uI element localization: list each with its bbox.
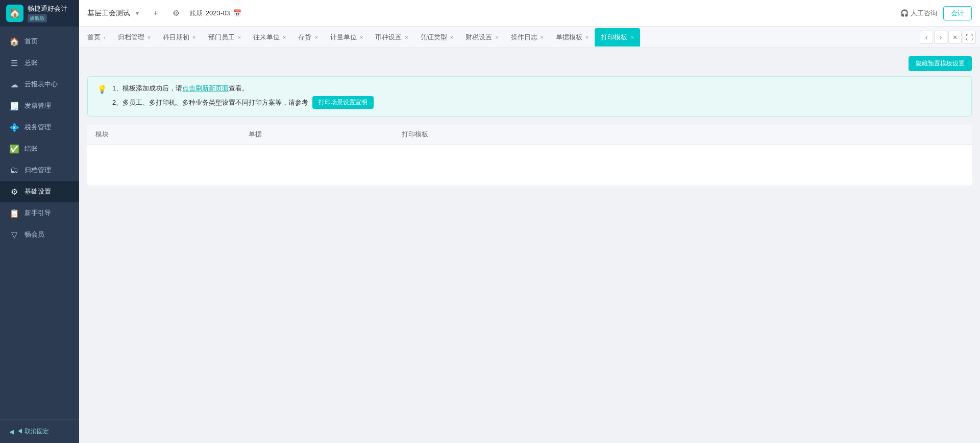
info-text-1: 1、模板添加成功后，请点击刷新新页面查看。 (112, 84, 249, 93)
tab-label-departments: 部门员工 (208, 33, 235, 42)
period-display: 账期 2023-03 📅 (189, 9, 241, 18)
hide-template-button[interactable]: 隐藏预置模板设置 (909, 56, 972, 71)
content-area: 隐藏预置模板设置 💡 1、模板添加成功后，请点击刷新新页面查看。 💡 2、多员工… (79, 48, 980, 443)
tab-archive[interactable]: 归档管理 × (112, 28, 157, 46)
tab-prev-button[interactable]: ‹ (920, 31, 933, 44)
tab-operation-log[interactable]: 操作日志 × (505, 28, 550, 46)
tab-label-home: 首页 (87, 33, 101, 42)
print-scene-button[interactable]: 打印场景设置宣明 (312, 96, 374, 109)
tab-single-template[interactable]: 单据模板 × (550, 28, 595, 46)
table-body (87, 145, 972, 185)
tab-label-currency: 币种设置 (375, 33, 402, 42)
tab-close-inventory[interactable]: × (314, 34, 317, 40)
tab-label-subjects: 科目期初 (163, 33, 189, 42)
sidebar-item-guide[interactable]: 📋 新手引导 (0, 202, 79, 224)
tab-close-archive[interactable]: × (148, 34, 151, 40)
tab-inventory[interactable]: 存货 × (292, 28, 324, 46)
tab-navigation: ‹ › × ⛶ (920, 31, 978, 44)
unpin-button[interactable]: ◀ ◀ 取消固定 (0, 419, 79, 443)
refresh-link[interactable]: 点击刷新新页面 (182, 84, 229, 92)
tab-subjects[interactable]: 科目期初 × (157, 28, 202, 46)
tax-icon: 💠 (9, 122, 19, 132)
tab-close-voucher[interactable]: × (450, 34, 453, 40)
tab-departments[interactable]: 部门员工 × (202, 28, 247, 46)
sidebar-item-archive[interactable]: 🗂 归档管理 (0, 159, 79, 181)
calendar-icon[interactable]: 📅 (233, 9, 241, 17)
info-line2-pre: 2、多员工、多打印机、多种业务类型设置不同打印方案等，请参考 (112, 98, 308, 107)
gear-icon: ⚙ (173, 8, 180, 18)
tab-voucher[interactable]: 凭证类型 × (414, 28, 459, 46)
tab-label-operation-log: 操作日志 (511, 33, 537, 42)
tab-label-single-template: 单据模板 (556, 33, 582, 42)
add-company-button[interactable]: + (149, 6, 163, 20)
sidebar-item-reports[interactable]: ☁ 云报表中心 (0, 74, 79, 95)
sidebar-item-home[interactable]: 🏠 首页 (0, 31, 79, 52)
support-label: 人工咨询 (911, 9, 937, 18)
tab-units[interactable]: 计量单位 × (324, 28, 369, 46)
sidebar-item-label-member: 畅会员 (24, 230, 44, 239)
info-line1-pre: 1、模板添加成功后，请 (112, 84, 182, 92)
tab-close-print-template[interactable]: × (630, 34, 633, 40)
company-settings-button[interactable]: ⚙ (169, 6, 183, 20)
sidebar-item-member[interactable]: ▽ 畅会员 (0, 224, 79, 245)
bulb-icon: 💡 (97, 84, 107, 94)
period-value: 2023-03 (206, 9, 230, 17)
member-icon: ▽ (9, 229, 19, 240)
tab-label-print-template: 打印模板 (601, 33, 627, 42)
table-col-document: 单据 (249, 130, 402, 139)
sidebar-item-label-close: 结账 (24, 144, 38, 153)
sidebar-item-invoice[interactable]: 🧾 发票管理 (0, 95, 79, 116)
headset-icon: 🎧 (900, 9, 909, 17)
tab-print-template[interactable]: 打印模板 × (595, 28, 640, 46)
tab-expand-button[interactable]: ⛶ (963, 31, 976, 44)
tabbar: 首页 ‹ 归档管理 × 科目期初 × 部门员工 × 往来单位 × 存货 × 计量… (79, 27, 980, 48)
info-box: 💡 1、模板添加成功后，请点击刷新新页面查看。 💡 2、多员工、多打印机、多种业… (87, 76, 972, 116)
guide-icon: 📋 (9, 208, 19, 218)
info-line1-post: 查看。 (229, 84, 249, 92)
tab-label-archive: 归档管理 (118, 33, 144, 42)
topbar-right: 🎧 人工咨询 会计 (900, 6, 972, 20)
tab-close-units[interactable]: × (360, 34, 363, 40)
logo-icon: 🏠 (6, 5, 23, 22)
sidebar: 🏠 畅捷通好会计 旗舰版 🏠 首页 ☰ 总账 ☁ 云报表中心 🧾 发票管理 💠 … (0, 0, 79, 443)
sidebar-item-ledger[interactable]: ☰ 总账 (0, 52, 79, 74)
tab-close-all-button[interactable]: × (948, 31, 962, 44)
tab-close-subjects[interactable]: × (192, 34, 195, 40)
data-table: 模块 单据 打印模板 (87, 125, 972, 185)
table-col-module: 模块 (95, 130, 249, 139)
tab-close-tax-settings[interactable]: × (495, 34, 498, 40)
user-role-button[interactable]: 会计 (943, 6, 972, 20)
sidebar-item-tax[interactable]: 💠 税务管理 (0, 116, 79, 138)
tab-label-voucher: 凭证类型 (421, 33, 447, 42)
tab-close-single-template[interactable]: × (585, 34, 589, 40)
close-period-icon: ✅ (9, 144, 19, 154)
logo-name: 畅捷通好会计 (28, 4, 67, 13)
tab-next-button[interactable]: › (934, 31, 947, 44)
tab-close-partners[interactable]: × (283, 34, 286, 40)
tab-tax-settings[interactable]: 财税设置 × (459, 28, 504, 46)
tab-label-tax-settings: 财税设置 (465, 33, 492, 42)
company-selector[interactable]: 基层工会测试 ▼ (87, 9, 140, 18)
company-name: 基层工会测试 (87, 9, 130, 18)
settings-icon: ⚙ (9, 186, 19, 197)
company-dropdown-icon: ▼ (134, 10, 140, 17)
topbar-actions: + ⚙ (149, 6, 183, 20)
tab-close-operation-log[interactable]: × (541, 34, 544, 40)
home-icon: 🏠 (9, 36, 19, 46)
sidebar-logo: 🏠 畅捷通好会计 旗舰版 (0, 0, 79, 27)
tab-partners[interactable]: 往来单位 × (247, 28, 292, 46)
tab-label-units: 计量单位 (330, 33, 357, 42)
tab-close-departments[interactable]: × (238, 34, 241, 40)
archive-icon: 🗂 (9, 165, 19, 175)
sidebar-item-basic[interactable]: ⚙ 基础设置 (0, 181, 79, 202)
support-button[interactable]: 🎧 人工咨询 (900, 9, 937, 18)
tab-home[interactable]: 首页 ‹ (81, 28, 112, 46)
tab-label-partners: 往来单位 (253, 33, 280, 42)
tab-currency[interactable]: 币种设置 × (369, 28, 414, 46)
sidebar-item-label-reports: 云报表中心 (24, 80, 58, 89)
tab-nav-arrow[interactable]: ‹ (104, 34, 106, 40)
sidebar-item-close[interactable]: ✅ 结账 (0, 138, 79, 159)
tab-close-currency[interactable]: × (405, 34, 408, 40)
add-icon: + (153, 9, 158, 18)
sidebar-item-label-ledger: 总账 (24, 58, 38, 67)
